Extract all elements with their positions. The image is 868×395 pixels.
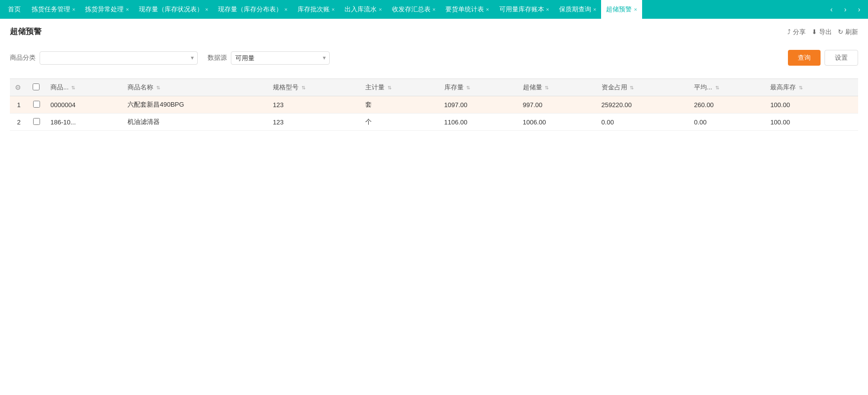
product-code-cell: 186-10... bbox=[45, 114, 123, 131]
share-icon: ⤴ bbox=[787, 28, 791, 36]
table-header-row: ⚙ 商品... ⇅ 商品名称 ⇅ 规格型号 ⇅ 主计量 bbox=[10, 79, 858, 96]
nav-expand-button[interactable]: › bbox=[852, 0, 866, 19]
avg-cell: 0.00 bbox=[689, 114, 765, 131]
nav-tab-9[interactable]: 保质期查询 × bbox=[554, 0, 601, 19]
page-header: 超储预警 ⤴ 分享 ⬇ 导出 ↻ 刷新 bbox=[10, 27, 858, 37]
sort-icon: ⇅ bbox=[156, 85, 160, 90]
datasource-filter: 数据源 可用量 ▾ bbox=[208, 51, 330, 65]
category-select-wrapper: ▾ bbox=[40, 51, 198, 65]
close-icon[interactable]: × bbox=[284, 6, 287, 12]
category-label: 商品分类 bbox=[10, 53, 36, 62]
filter-row: 商品分类 ▾ 数据源 可用量 ▾ 查询 设置 bbox=[10, 45, 858, 71]
datasource-label: 数据源 bbox=[208, 53, 227, 62]
th-capital[interactable]: 资金占用 ⇅ bbox=[597, 79, 690, 96]
close-icon[interactable]: × bbox=[546, 6, 549, 12]
nav-bar: 首页 拣货任务管理 × 拣货异常处理 × 现存量（库存状况表） × 现存量（库存… bbox=[0, 0, 868, 19]
filter-actions: 查询 设置 bbox=[788, 50, 858, 66]
nav-tab-6[interactable]: 收发存汇总表 × bbox=[387, 0, 440, 19]
nav-tab-1[interactable]: 拣货异常处理 × bbox=[80, 0, 133, 19]
sort-icon: ⇅ bbox=[466, 85, 470, 90]
th-spec[interactable]: 规格型号 ⇅ bbox=[268, 79, 361, 96]
nav-next-button[interactable]: › bbox=[838, 0, 852, 19]
th-avg[interactable]: 平均... ⇅ bbox=[689, 79, 765, 96]
table-row: 1 0000004 六配套新昌490BPG 123 套 1097.00 997.… bbox=[10, 96, 858, 114]
th-stock[interactable]: 库存量 ⇅ bbox=[439, 79, 518, 96]
sort-icon: ⇅ bbox=[545, 85, 549, 90]
row-checkbox-cell bbox=[28, 114, 45, 131]
row-checkbox[interactable] bbox=[33, 118, 40, 125]
product-name-cell: 六配套新昌490BPG bbox=[123, 96, 268, 114]
product-name-cell: 机油滤清器 bbox=[123, 114, 268, 131]
sort-icon: ⇅ bbox=[302, 85, 305, 90]
stock-cell: 1097.00 bbox=[439, 96, 518, 114]
data-table: ⚙ 商品... ⇅ 商品名称 ⇅ 规格型号 ⇅ 主计量 bbox=[10, 79, 858, 131]
select-all-checkbox[interactable] bbox=[33, 83, 40, 90]
product-code-cell: 0000004 bbox=[45, 96, 123, 114]
sort-icon: ⇅ bbox=[715, 85, 719, 90]
capital-cell: 259220.00 bbox=[597, 96, 690, 114]
sort-icon: ⇅ bbox=[388, 85, 391, 90]
settings-button[interactable]: 设置 bbox=[825, 50, 858, 66]
query-button[interactable]: 查询 bbox=[788, 50, 821, 66]
refresh-icon: ↻ bbox=[838, 28, 843, 36]
nav-prev-button[interactable]: ‹ bbox=[825, 0, 838, 19]
nav-tab-4[interactable]: 库存批次账 × bbox=[293, 0, 340, 19]
category-select[interactable] bbox=[40, 51, 198, 65]
nav-home[interactable]: 首页 bbox=[2, 0, 27, 19]
page-title: 超储预警 bbox=[10, 27, 42, 37]
capital-cell: 0.00 bbox=[597, 114, 690, 131]
gear-icon[interactable]: ⚙ bbox=[15, 83, 21, 91]
refresh-button[interactable]: ↻ 刷新 bbox=[838, 28, 858, 37]
nav-tab-8[interactable]: 可用量库存账本 × bbox=[494, 0, 554, 19]
close-icon[interactable]: × bbox=[72, 6, 75, 12]
unit-cell: 个 bbox=[360, 114, 439, 131]
spec-cell: 123 bbox=[268, 114, 361, 131]
max-stock-cell: 100.00 bbox=[765, 114, 858, 131]
th-settings: ⚙ bbox=[10, 79, 28, 96]
th-max-stock[interactable]: 最高库存 ⇅ bbox=[765, 79, 858, 96]
close-icon[interactable]: × bbox=[634, 6, 637, 12]
sort-icon: ⇅ bbox=[71, 85, 75, 90]
nav-tab-5[interactable]: 出入库流水 × bbox=[340, 0, 387, 19]
row-checkbox[interactable] bbox=[33, 101, 40, 108]
avg-cell: 260.00 bbox=[689, 96, 765, 114]
row-checkbox-cell bbox=[28, 96, 45, 114]
header-actions: ⤴ 分享 ⬇ 导出 ↻ 刷新 bbox=[787, 28, 858, 37]
close-icon[interactable]: × bbox=[126, 6, 129, 12]
th-product-code[interactable]: 商品... ⇅ bbox=[45, 79, 123, 96]
over-stock-cell: 997.00 bbox=[518, 96, 597, 114]
sort-icon: ⇅ bbox=[799, 85, 803, 90]
main-content: 超储预警 ⤴ 分享 ⬇ 导出 ↻ 刷新 商品分类 ▾ bbox=[0, 19, 868, 395]
nav-tab-2[interactable]: 现存量（库存状况表） × bbox=[134, 0, 213, 19]
over-stock-cell: 1006.00 bbox=[518, 114, 597, 131]
close-icon[interactable]: × bbox=[486, 6, 489, 12]
th-over-stock[interactable]: 超储量 ⇅ bbox=[518, 79, 597, 96]
category-filter: 商品分类 ▾ bbox=[10, 51, 198, 65]
th-product-name[interactable]: 商品名称 ⇅ bbox=[123, 79, 268, 96]
max-stock-cell: 100.00 bbox=[765, 96, 858, 114]
export-button[interactable]: ⬇ 导出 bbox=[812, 28, 832, 37]
close-icon[interactable]: × bbox=[433, 6, 435, 12]
row-number: 2 bbox=[10, 114, 28, 131]
close-icon[interactable]: × bbox=[332, 6, 335, 12]
th-unit[interactable]: 主计量 ⇅ bbox=[360, 79, 439, 96]
export-icon: ⬇ bbox=[812, 28, 817, 36]
close-icon[interactable]: × bbox=[593, 6, 596, 12]
share-button[interactable]: ⤴ 分享 bbox=[787, 28, 806, 37]
nav-tab-7[interactable]: 要货单统计表 × bbox=[440, 0, 494, 19]
sort-icon: ⇅ bbox=[630, 85, 634, 90]
close-icon[interactable]: × bbox=[205, 6, 208, 12]
unit-cell: 套 bbox=[360, 96, 439, 114]
nav-tab-10[interactable]: 超储预警 × bbox=[601, 0, 642, 19]
nav-tab-3[interactable]: 现存量（库存分布表） × bbox=[213, 0, 292, 19]
datasource-select-wrapper: 可用量 ▾ bbox=[231, 51, 330, 65]
nav-arrows: ‹ › › bbox=[825, 0, 866, 19]
th-checkbox bbox=[28, 79, 45, 96]
stock-cell: 1106.00 bbox=[439, 114, 518, 131]
close-icon[interactable]: × bbox=[379, 6, 382, 12]
table-row: 2 186-10... 机油滤清器 123 个 1106.00 1006.00 … bbox=[10, 114, 858, 131]
nav-tab-0[interactable]: 拣货任务管理 × bbox=[27, 0, 80, 19]
spec-cell: 123 bbox=[268, 96, 361, 114]
datasource-select[interactable]: 可用量 bbox=[231, 51, 330, 65]
row-number: 1 bbox=[10, 96, 28, 114]
